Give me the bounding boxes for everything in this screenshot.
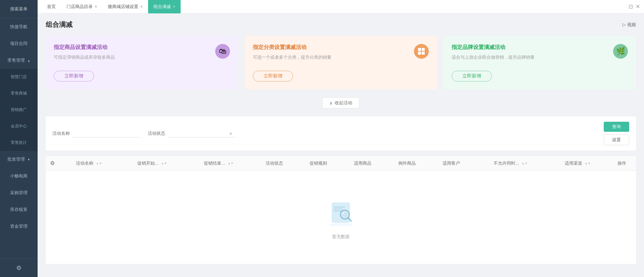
empty-illustration xyxy=(321,195,361,228)
sidebar-item-retail-mgmt[interactable]: 零售管理 xyxy=(0,52,38,69)
sidebar-item-smart-store[interactable]: 智慧门店 xyxy=(0,69,38,85)
page-header: 组合满减 ▷ 视频 xyxy=(46,20,636,29)
th-promo-end: 促销结束... ▲▼ xyxy=(186,156,252,171)
filter-name-input[interactable] xyxy=(73,129,140,137)
svg-point-11 xyxy=(341,211,348,218)
svg-rect-2 xyxy=(418,52,421,55)
svg-point-13 xyxy=(342,212,344,214)
brand-card-title: 指定品牌设置满减活动 xyxy=(452,44,628,51)
product-activity-card: 指定商品设置满减活动 🛍 可指定滞销商品或库存较多商品 立即新增 xyxy=(46,36,238,90)
filter-area: 活动名称 活动状态 查询 设置 xyxy=(46,116,636,151)
activity-cards: 指定商品设置满减活动 🛍 可指定滞销商品或库存较多商品 立即新增 指定分类设置满… xyxy=(46,36,636,90)
sidebar-item-retail-stats[interactable]: 零售统计 xyxy=(0,134,38,151)
category-card-desc: 可选一个或者多个分类，提升分类的销量 xyxy=(253,54,429,60)
svg-rect-7 xyxy=(335,207,345,207)
bag-icon: 🛍 xyxy=(219,47,226,56)
svg-rect-8 xyxy=(335,209,343,209)
collapse-label: 收起活动 xyxy=(335,100,352,106)
sidebar-search[interactable]: 搜索菜单 xyxy=(0,0,38,18)
th-exception-goods: 例外商品 xyxy=(385,156,429,171)
th-applicable-goods: 适用商品 xyxy=(340,156,385,171)
svg-point-16 xyxy=(334,210,335,212)
tab-combo-discount[interactable]: 组合满减 × xyxy=(148,0,181,13)
sidebar-item-purchase-mgmt[interactable]: 采购管理 xyxy=(0,184,38,201)
product-card-desc: 可指定滞销商品或库存较多商品 xyxy=(54,54,230,60)
filter-status-select[interactable] xyxy=(168,129,235,137)
page-title: 组合满减 xyxy=(46,20,73,29)
th-promo-rule: 促销规则 xyxy=(296,156,340,171)
table-body: 暂无数据 xyxy=(46,171,636,264)
sidebar-item-finance[interactable]: 资金管理 xyxy=(0,218,38,235)
category-activity-card: 指定分类设置满减活动 可选一个或者多个分类，提升分类的销量 立即新增 xyxy=(245,36,437,90)
sidebar-item-member-center[interactable]: 会员中心 xyxy=(0,118,38,134)
th-promo-start: 促销开始... ▲▼ xyxy=(119,156,185,171)
data-table: ⚙ 活动名称 ▲▼ 促销开始... ▲▼ 促销结束... ▲▼ xyxy=(46,156,636,264)
collapse-button[interactable]: ∧ 收起活动 xyxy=(322,98,359,108)
play-icon: ▷ xyxy=(623,22,626,27)
table-settings-icon[interactable]: ⚙ xyxy=(50,160,55,166)
sidebar-item-inventory[interactable]: 库存核算 xyxy=(0,201,38,218)
table-header-row: ⚙ 活动名称 ▲▼ 促销开始... ▲▼ 促销结束... ▲▼ xyxy=(46,156,636,171)
collapse-bar: ∧ 收起活动 xyxy=(46,95,636,111)
sidebar-settings[interactable]: ⚙ xyxy=(0,259,38,277)
settings-button[interactable]: 设置 xyxy=(604,134,629,145)
sidebar: 搜索菜单 快捷导航 项目合同 零售管理 智慧门店 零售商城 营销推广 会员中心 … xyxy=(0,0,38,277)
brand-add-button[interactable]: 立即新增 xyxy=(452,71,492,81)
tab-close-combo-discount[interactable]: × xyxy=(173,4,175,9)
sort-icon-promo-start[interactable]: ▲▼ xyxy=(161,162,167,165)
sidebar-item-project-contract[interactable]: 项目合同 xyxy=(0,35,38,52)
svg-point-14 xyxy=(334,206,335,208)
svg-rect-1 xyxy=(422,48,425,51)
svg-point-4 xyxy=(329,223,353,226)
sort-icon-applicable-channel[interactable]: ▲▼ xyxy=(585,162,591,165)
th-applicable-channel: 适用渠道 ▲▼ xyxy=(548,156,607,171)
collapse-icon: ∧ xyxy=(329,101,333,106)
empty-row: 暂无数据 xyxy=(46,171,636,264)
filter-status-label: 活动状态 xyxy=(148,130,165,136)
window-maximize[interactable]: ⊡ xyxy=(629,3,633,10)
product-card-icon: 🛍 xyxy=(215,44,230,59)
brand-card-desc: 适合与上游企业联合做营销，提升品牌销量 xyxy=(452,54,628,60)
tab-store-catalog[interactable]: 门店商品目录 × xyxy=(61,0,102,13)
main-area: 首页 门店商品目录 × 微商城店铺设置 × 组合满减 × ⊡ ✕ 组合满减 ▷ … xyxy=(38,0,644,277)
filter-item-name: 活动名称 xyxy=(52,129,140,137)
content-area: 组合满减 ▷ 视频 指定商品设置满减活动 🛍 可指定滞销商品或库存较多商品 立即… xyxy=(38,13,644,277)
th-activity-name: 活动名称 ▲▼ xyxy=(59,156,119,171)
sidebar-item-marketing[interactable]: 营销推广 xyxy=(0,102,38,118)
sidebar-item-quick-nav[interactable]: 快捷导航 xyxy=(0,18,38,35)
product-card-title: 指定商品设置满减活动 xyxy=(54,44,230,51)
filter-name-label: 活动名称 xyxy=(52,130,70,136)
sidebar-item-wholesale-mgmt[interactable]: 批发管理 xyxy=(0,151,38,168)
tab-close-store-catalog[interactable]: × xyxy=(95,4,97,9)
empty-state: 暂无数据 xyxy=(49,175,633,260)
table-header: ⚙ 活动名称 ▲▼ 促销开始... ▲▼ 促销结束... ▲▼ xyxy=(46,156,636,171)
query-button[interactable]: 查询 xyxy=(604,122,629,132)
video-link[interactable]: ▷ 视频 xyxy=(623,22,636,28)
filter-actions: 查询 设置 xyxy=(604,122,629,145)
svg-rect-0 xyxy=(418,48,421,51)
empty-state-cell: 暂无数据 xyxy=(46,171,636,264)
svg-rect-3 xyxy=(422,52,425,55)
sidebar-item-xiaochangec[interactable]: 小畅电商 xyxy=(0,168,38,184)
filter-item-status: 活动状态 xyxy=(148,129,235,137)
tab-home[interactable]: 首页 xyxy=(42,0,61,13)
sort-icon-activity-name[interactable]: ▲▼ xyxy=(96,162,102,165)
settings-icon: ⚙ xyxy=(16,265,21,271)
window-close[interactable]: ✕ xyxy=(636,3,640,10)
filter-row: 活动名称 活动状态 查询 设置 xyxy=(52,122,629,145)
sidebar-item-retail-mall[interactable]: 零售商城 xyxy=(0,85,38,102)
product-add-button[interactable]: 立即新增 xyxy=(54,71,94,81)
empty-text: 暂无数据 xyxy=(332,234,350,240)
sidebar-search-label: 搜索菜单 xyxy=(10,6,28,11)
table-area: ⚙ 活动名称 ▲▼ 促销开始... ▲▼ 促销结束... ▲▼ xyxy=(46,156,636,264)
tab-wechat-store[interactable]: 微商城店铺设置 × xyxy=(102,0,148,13)
category-add-button[interactable]: 立即新增 xyxy=(253,71,293,81)
tab-bar: 首页 门店商品目录 × 微商城店铺设置 × 组合满减 × ⊡ ✕ xyxy=(38,0,644,13)
category-card-title: 指定分类设置满减活动 xyxy=(253,44,429,51)
tab-close-wechat-store[interactable]: × xyxy=(140,4,143,9)
sort-icon-promo-end[interactable]: ▲▼ xyxy=(228,162,234,165)
sort-icon-no-concurrent[interactable]: ▲▼ xyxy=(521,162,527,165)
th-activity-status: 活动状态 xyxy=(252,156,296,171)
th-no-concurrent: 不允许同时... ▲▼ xyxy=(473,156,548,171)
brand-activity-card: 指定品牌设置满减活动 🌿 适合与上游企业联合做营销，提升品牌销量 立即新增 xyxy=(444,36,636,90)
